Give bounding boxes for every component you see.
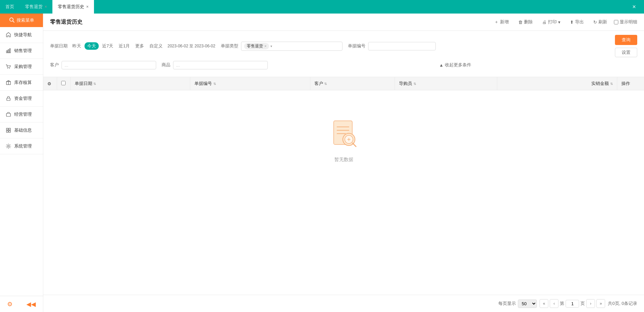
col-amount-header: 实销金额 ⇅: [497, 77, 617, 90]
delete-button[interactable]: 🗑 删除: [516, 18, 535, 26]
svg-rect-11: [6, 128, 8, 130]
date-buttons: 昨天 今天 近7天 近1月 更多 自定义 2023-06-02 至 2023-0…: [70, 42, 215, 50]
refresh-button[interactable]: ↻ 刷新: [591, 18, 610, 26]
sidebar-item-inventory[interactable]: 库存核算: [0, 75, 43, 91]
select-all-checkbox[interactable]: [61, 81, 66, 85]
per-page-selector: 每页显示 50 10 20 100: [498, 299, 537, 308]
date-btn-yesterday[interactable]: 昨天: [70, 42, 83, 50]
col-checkbox-header: [57, 77, 70, 90]
col-guide-label: 导购员: [399, 81, 412, 86]
filter-area: 单据日期 昨天 今天 近7天 近1月 更多 自定义 2023-06-02 至 2…: [43, 31, 644, 77]
date-btn-7days[interactable]: 近7天: [100, 42, 115, 50]
svg-point-15: [8, 146, 9, 147]
col-doc-number-header: 单据编号 ⇅: [190, 77, 310, 90]
col-operation-label: 操作: [621, 81, 630, 86]
chart-icon: [5, 48, 11, 54]
sidebar-search[interactable]: 搜索菜单: [0, 14, 43, 27]
col-customer-header: 客户 ⇅: [310, 77, 395, 90]
doc-type-input[interactable]: 零售退货 × ▾: [241, 42, 342, 51]
doc-number-filter: 单据编号: [348, 42, 436, 50]
date-range-display: 2023-06-02 至 2023-06-02: [167, 43, 215, 49]
col-amount-label: 实销金额: [591, 81, 609, 86]
window-close-button[interactable]: ×: [629, 2, 639, 12]
svg-rect-2: [6, 51, 7, 53]
date-btn-today[interactable]: 今天: [85, 42, 99, 50]
tab-home-label: 首页: [5, 4, 14, 10]
svg-rect-9: [7, 98, 10, 101]
page-actions: ＋ 新增 🗑 删除 🖨 打印 ▾ ⬆ 导出 ↻ 刷新: [492, 18, 637, 26]
tab-retail-return[interactable]: 零售退货 ×: [20, 0, 52, 14]
sidebar-item-finance[interactable]: 资金管理: [0, 91, 43, 107]
sidebar-item-purchase-label: 采购管理: [14, 64, 32, 70]
print-button[interactable]: 🖨 打印 ▾: [540, 18, 563, 26]
export-button[interactable]: ⬆ 导出: [567, 18, 587, 26]
date-btn-more[interactable]: 更多: [133, 42, 146, 50]
sidebar-item-purchase[interactable]: 采购管理: [0, 59, 43, 75]
page-prev-button[interactable]: ‹: [550, 299, 558, 308]
settings-bottom-icon[interactable]: ⚙: [7, 300, 13, 308]
svg-rect-4: [9, 49, 10, 53]
goods-filter: 商品 ...: [162, 61, 268, 69]
col-customer-sort[interactable]: ⇅: [324, 82, 327, 86]
col-guide-sort[interactable]: ⇅: [413, 82, 416, 86]
sidebar-item-base-info[interactable]: 基础信息: [0, 122, 43, 138]
page-next-button[interactable]: ›: [586, 299, 595, 308]
sidebar-item-system[interactable]: 系统管理: [0, 138, 43, 154]
doc-number-label: 单据编号: [348, 43, 365, 49]
sidebar-item-operations-label: 经营管理: [14, 111, 32, 117]
sidebar-item-quick-nav[interactable]: 快捷导航: [0, 27, 43, 43]
table-header-row: ⚙ 单据日期 ⇅ 单据编号 ⇅: [43, 77, 644, 90]
sidebar: 搜索菜单 快捷导航 销售管理 采购管理: [0, 14, 43, 312]
delete-label: 删除: [524, 19, 533, 25]
col-operation-header: 操作: [617, 77, 644, 90]
tab-retail-return-close[interactable]: ×: [45, 4, 47, 9]
page-first-button[interactable]: «: [540, 299, 548, 308]
svg-point-6: [9, 68, 10, 69]
customer-placeholder: ...: [65, 63, 68, 68]
col-doc-number-sort[interactable]: ⇅: [213, 82, 216, 86]
search-icon: [9, 17, 15, 24]
show-detail-checkbox[interactable]: [614, 20, 618, 24]
top-bar-right: ×: [629, 2, 644, 12]
col-doc-date-sort[interactable]: ⇅: [93, 82, 96, 86]
date-btn-custom[interactable]: 自定义: [147, 42, 165, 50]
page-number-input[interactable]: [566, 300, 579, 308]
collapse-button[interactable]: ▲ 收起更多条件: [436, 61, 474, 69]
date-btn-1month[interactable]: 近1月: [117, 42, 132, 50]
goods-input[interactable]: ...: [173, 61, 268, 69]
tab-retail-return-history[interactable]: 零售退货历史 ×: [52, 0, 94, 14]
volume-icon[interactable]: ◀◀: [26, 300, 36, 308]
sidebar-item-operations[interactable]: 经营管理: [0, 107, 43, 122]
customer-input[interactable]: ...: [62, 61, 156, 69]
sidebar-item-sales[interactable]: 销售管理: [0, 43, 43, 59]
page-last-button[interactable]: »: [596, 299, 605, 308]
customer-filter: 客户 ...: [50, 61, 156, 69]
lock-icon: [5, 95, 11, 102]
per-page-select[interactable]: 50 10 20 100: [518, 299, 537, 308]
settings-button[interactable]: 设置: [615, 48, 637, 57]
new-label: 新增: [500, 19, 509, 25]
table-header: ⚙ 单据日期 ⇅ 单据编号 ⇅: [43, 77, 644, 90]
show-detail-label: 显示明细: [620, 19, 637, 25]
gear-icon: [5, 143, 11, 149]
col-customer-label: 客户: [314, 81, 323, 86]
tab-retail-return-history-close[interactable]: ×: [86, 4, 89, 9]
refresh-label: 刷新: [598, 19, 607, 25]
doc-type-tag-close[interactable]: ×: [264, 44, 266, 48]
pagination: 每页显示 50 10 20 100 « ‹ 第 页 › » 共0页, 0条记录: [43, 295, 644, 312]
doc-type-tag-text: 零售退货: [247, 43, 263, 49]
print-icon: 🖨: [542, 20, 547, 25]
query-button[interactable]: 查询: [615, 35, 637, 45]
top-bar: 首页 零售退货 × 零售退货历史 × ×: [0, 0, 644, 14]
svg-line-1: [13, 21, 14, 22]
page-label: 第: [560, 300, 564, 307]
sidebar-item-quick-nav-label: 快捷导航: [14, 32, 32, 38]
doc-number-input[interactable]: [368, 42, 436, 50]
export-label: 导出: [575, 19, 584, 25]
col-settings-header[interactable]: ⚙: [43, 77, 57, 90]
new-button[interactable]: ＋ 新增: [492, 18, 511, 26]
col-settings-icon[interactable]: ⚙: [47, 81, 51, 86]
svg-rect-12: [9, 128, 10, 130]
col-amount-sort[interactable]: ⇅: [610, 82, 613, 86]
tab-home[interactable]: 首页: [0, 0, 20, 14]
